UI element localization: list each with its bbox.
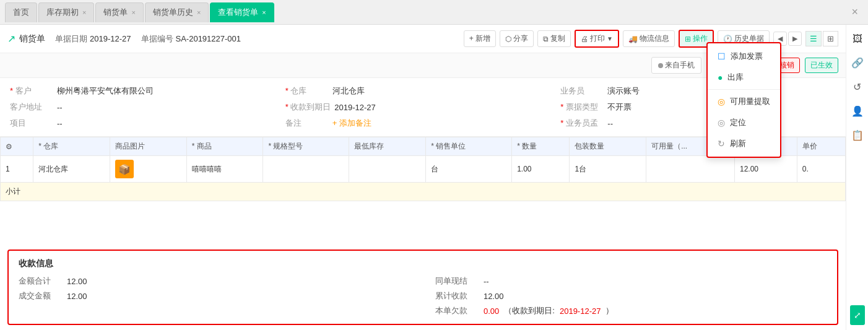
available-qty-item[interactable]: ◎ 可用量提取 xyxy=(708,91,780,112)
doc-type-icon: ↗ xyxy=(7,33,15,45)
due-note: （收款到期日: xyxy=(504,305,555,316)
total-value: 12.00 xyxy=(67,277,87,286)
row-pack-qty: 1台 xyxy=(570,156,646,183)
doc-actions: + 新增 ⬡ 分享 ⧉ 复制 🖨 打印 ▼ 🚚 物流信息 xyxy=(464,30,838,48)
add-note-button[interactable]: + 添加备注 xyxy=(332,118,371,129)
ticket-label: 票据类型 xyxy=(560,102,604,113)
available-qty-icon: ◎ xyxy=(718,97,725,106)
col-pack-qty: 包装数量 xyxy=(570,137,646,156)
sidebar-image-icon[interactable]: 🖼 xyxy=(849,30,866,48)
locate-item[interactable]: ◎ 定位 xyxy=(708,112,780,133)
cumulative-row: 累计收款 12.00 xyxy=(435,290,827,302)
tab-close-sales[interactable]: × xyxy=(131,9,135,16)
row-available xyxy=(646,156,735,183)
refresh-item[interactable]: ↻ 刷新 xyxy=(708,133,780,154)
payment-date-row: 收款到期日 2019-12-27 xyxy=(285,102,561,113)
row-no: 1 xyxy=(1,156,33,183)
same-order-label: 同单现结 xyxy=(435,276,479,287)
address-value: -- xyxy=(57,103,63,112)
add-invoice-item[interactable]: ☐ 添加发票 xyxy=(708,46,780,67)
warehouse-out-icon: ● xyxy=(718,72,723,82)
row-spec xyxy=(263,156,349,183)
transaction-label: 成交金额 xyxy=(19,290,62,302)
list-view-button[interactable]: ☰ xyxy=(805,31,822,46)
payment-info-title: 收款信息 xyxy=(19,258,827,269)
sidebar-expand-icon[interactable]: ⤢ xyxy=(850,305,865,325)
address-label: 客户地址 xyxy=(10,102,53,113)
col-settings[interactable]: ⚙ xyxy=(1,137,33,156)
col-qty: * 数量 xyxy=(512,137,570,156)
tab-close-history[interactable]: × xyxy=(197,9,201,16)
row-warehouse: 河北仓库 xyxy=(33,156,110,183)
tab-sales-order[interactable]: 销货单 × xyxy=(95,2,143,22)
due-label: 本单欠款 xyxy=(435,305,479,316)
tab-view-sales[interactable]: 查看销货单 × xyxy=(210,2,274,22)
sidebar-copy-icon[interactable]: 📋 xyxy=(848,126,867,145)
tab-sales-history[interactable]: 销货单历史 × xyxy=(145,2,209,22)
col-warehouse: * 仓库 xyxy=(33,137,110,156)
warehouse-out-item[interactable]: ● 出库 xyxy=(708,67,780,88)
row-unit: 台 xyxy=(426,156,512,183)
logistics-button[interactable]: 🚚 物流信息 xyxy=(623,30,675,47)
table-row: 1 河北仓库 📦 嘻嘻嘻嘻 台 1.00 1台 12.00 0. xyxy=(1,156,846,183)
staff-value: 演示账号 xyxy=(607,85,640,97)
dropdown-divider xyxy=(708,89,780,90)
sidebar-user-icon[interactable]: 👤 xyxy=(848,102,867,121)
sidebar-refresh-icon[interactable]: ↺ xyxy=(849,77,865,97)
note-row: 备注 + 添加备注 xyxy=(285,118,561,129)
staff2-label: 业务员孟 xyxy=(560,118,604,129)
row-product: 嘻嘻嘻嘻 xyxy=(186,156,263,183)
next-button[interactable]: ▶ xyxy=(788,32,802,46)
row-current-stock: 12.00 xyxy=(734,156,797,183)
effective-badge: 已生效 xyxy=(805,58,838,73)
sidebar-link-icon[interactable]: 🔗 xyxy=(848,53,867,72)
tab-close-inventory[interactable]: × xyxy=(82,9,86,16)
row-qty: 1.00 xyxy=(512,156,570,183)
grid-view-button[interactable]: ⊞ xyxy=(823,31,838,46)
copy-button[interactable]: ⧉ 复制 xyxy=(537,30,571,47)
ticket-row: 票据类型 不开票 xyxy=(560,102,836,113)
total-row: 金额合计 12.00 xyxy=(19,276,410,287)
new-button[interactable]: + 新增 xyxy=(464,30,496,47)
print-icon: 🖨 xyxy=(581,35,588,43)
cumulative-label: 累计收款 xyxy=(435,290,479,302)
address-row: 客户地址 -- xyxy=(10,102,285,113)
tab-home[interactable]: 首页 xyxy=(5,2,37,22)
same-order-row: 同单现结 -- xyxy=(435,276,827,287)
warehouse-label: 仓库 xyxy=(285,85,329,97)
warehouse-value: 河北仓库 xyxy=(332,85,365,97)
staff2-value: -- xyxy=(607,119,613,128)
print-button[interactable]: 🖨 打印 ▼ xyxy=(575,30,619,48)
logistics-icon: 🚚 xyxy=(628,35,638,43)
operation-icon: ⊞ xyxy=(685,35,691,43)
note-label: 备注 xyxy=(285,118,329,129)
staff-label: 业务员 xyxy=(560,85,604,97)
from-phone-button[interactable]: 来自手机 xyxy=(651,57,701,74)
due-date: 2019-12-27 xyxy=(560,306,601,316)
refresh-icon: ↻ xyxy=(718,139,725,149)
transaction-value: 12.00 xyxy=(67,292,87,301)
cumulative-value: 12.00 xyxy=(484,292,504,301)
col-unit: * 销售单位 xyxy=(426,137,512,156)
due-value: 0.00 xyxy=(484,306,499,316)
tab-bar: 首页 库存期初 × 销货单 × 销货单历史 × 查看销货单 × × xyxy=(0,0,868,25)
share-button[interactable]: ⬡ 分享 xyxy=(500,30,534,47)
view-buttons: ☰ ⊞ xyxy=(805,31,838,46)
payment-date-value: 2019-12-27 xyxy=(334,103,376,112)
subtotal-label: 小计 xyxy=(1,183,846,201)
total-label: 金额合计 xyxy=(19,276,62,287)
doc-title: ↗ 销货单 xyxy=(7,33,45,45)
due-row: 本单欠款 0.00 （收款到期日: 2019-12-27 ） xyxy=(435,305,827,316)
project-row: 项目 -- xyxy=(10,118,285,129)
tab-close-view[interactable]: × xyxy=(262,9,266,16)
subtotal-row: 小计 xyxy=(1,183,846,201)
col-product-img: 商品图片 xyxy=(110,137,187,156)
window-close[interactable]: × xyxy=(846,3,863,21)
staff-row: 业务员 演示账号 xyxy=(560,85,836,97)
payment-info-grid: 金额合计 12.00 同单现结 -- 成交金额 12.00 累计收款 12.00 xyxy=(19,276,827,316)
operation-dropdown: ☐ 添加发票 ● 出库 ◎ 可用量提取 ◎ 定位 ↻ 刷新 xyxy=(706,42,781,158)
locate-icon: ◎ xyxy=(718,118,725,128)
tab-inventory-init[interactable]: 库存期初 × xyxy=(38,2,94,22)
doc-meta: 单据日期 2019-12-27 单据编号 SA-20191227-001 xyxy=(55,33,241,45)
right-sidebar: 🖼 🔗 ↺ 👤 📋 ⤢ xyxy=(846,25,868,330)
